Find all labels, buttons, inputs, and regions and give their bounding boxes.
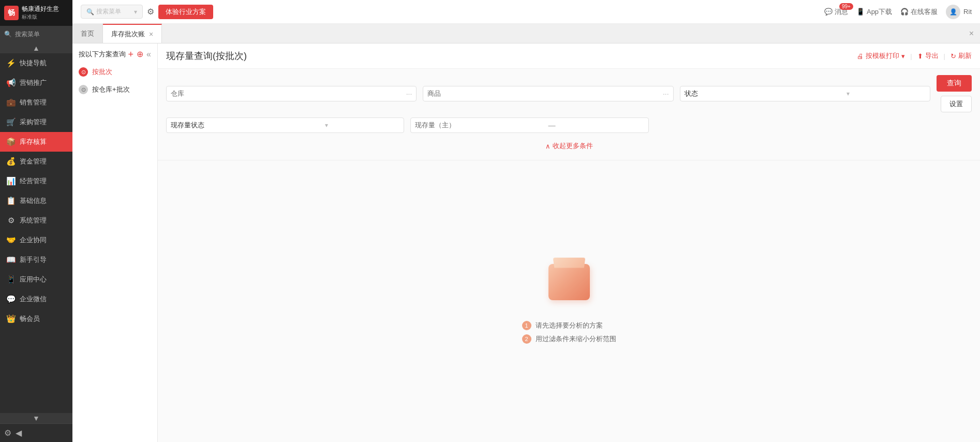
filter-warehouse-input[interactable]: 仓库 ··· xyxy=(166,86,417,101)
sidebar-item-10[interactable]: 📖新手引导 xyxy=(0,250,72,270)
collapse-label: 收起更多条件 xyxy=(553,141,593,151)
tab-panel-close-btn[interactable]: × xyxy=(963,29,980,38)
lp-collapse-btn[interactable]: « xyxy=(146,50,151,58)
sidebar-scroll-down[interactable]: ▼ xyxy=(0,413,72,423)
lp-item-batch[interactable]: ⊙ 按批次 xyxy=(72,63,157,81)
export-btn[interactable]: ⬆ 导出 xyxy=(917,51,939,61)
sidebar-header: 畅 畅康通好生意 标准版 xyxy=(0,0,72,26)
topbar-gear-btn[interactable]: ⚙ xyxy=(147,7,154,17)
status-chevron-icon: ▾ xyxy=(847,90,926,97)
collapse-bar[interactable]: ∧ 收起更多条件 xyxy=(166,138,972,154)
sidebar-icon-2: 💼 xyxy=(6,98,16,107)
empty-illustration xyxy=(543,259,595,311)
separator-1: | xyxy=(910,52,912,60)
topbar-messages-btn[interactable]: 💬 消息 99+ xyxy=(824,7,848,17)
refresh-btn[interactable]: ↻ 刷新 xyxy=(951,51,972,61)
phone-icon: 📱 xyxy=(856,8,865,16)
topbar-industry-btn[interactable]: 体验行业方案 xyxy=(158,5,213,19)
app-title-group: 畅康通好生意 标准版 xyxy=(22,5,59,21)
filter-stock-status-select[interactable]: 现存量状态 ▾ xyxy=(166,117,404,133)
topbar-search-icon: 🔍 xyxy=(86,8,94,16)
user-name: Rit xyxy=(963,8,972,16)
product-input[interactable] xyxy=(443,90,661,98)
app-title: 畅康通好生意 xyxy=(22,5,59,13)
stock-qty-label: 现存量（主） xyxy=(415,121,455,130)
sidebar-item-11[interactable]: 📱应用中心 xyxy=(0,270,72,289)
tab-close-btn[interactable]: × xyxy=(148,31,153,38)
sidebar-item-2[interactable]: 💼销售管理 xyxy=(0,93,72,112)
filter-settings-btn[interactable]: 设置 xyxy=(941,96,972,112)
sidebar-icon-4: 📦 xyxy=(6,137,16,146)
main-area: 🔍 搜索菜单 ▾ ⚙ 体验行业方案 💬 消息 99+ 📱 App下载 🎧 在线客… xyxy=(72,0,980,442)
print-btn[interactable]: 🖨 按模板打印 ▾ xyxy=(857,51,905,61)
hint-text-1: 请先选择要分析的方案 xyxy=(536,321,603,330)
topbar-search[interactable]: 🔍 搜索菜单 ▾ xyxy=(81,5,143,19)
stock-qty-to-input[interactable] xyxy=(562,122,644,129)
sidebar-search-box[interactable]: 🔍 搜索菜单 xyxy=(0,26,72,43)
sidebar-label-13: 畅会员 xyxy=(20,314,40,323)
topbar-online-service-btn[interactable]: 🎧 在线客服 xyxy=(900,7,938,17)
sidebar-label-1: 营销推广 xyxy=(20,78,47,87)
collapse-up-icon: ∧ xyxy=(545,142,551,150)
sidebar-item-9[interactable]: 🤝企业协同 xyxy=(0,230,72,250)
tab-inventory-batch[interactable]: 库存批次账 × xyxy=(103,24,162,43)
sidebar-icon-0: ⚡ xyxy=(6,58,16,68)
sidebar-item-7[interactable]: 📋基础信息 xyxy=(0,191,72,211)
sidebar-icon-12: 💬 xyxy=(6,294,16,304)
topbar-app-download-btn[interactable]: 📱 App下载 xyxy=(856,7,892,17)
query-btn[interactable]: 查询 xyxy=(937,75,972,92)
sidebar-icon-3: 🛒 xyxy=(6,117,16,127)
sidebar-item-1[interactable]: 📢营销推广 xyxy=(0,73,72,93)
messages-badge: 99+ xyxy=(839,3,853,10)
print-icon: 🖨 xyxy=(857,52,864,60)
collapse-sidebar-btn[interactable]: ◀ xyxy=(16,428,22,438)
sidebar-item-4[interactable]: 📦库存核算 xyxy=(0,132,72,152)
query-btn-group: 查询 设置 xyxy=(937,75,972,112)
stock-status-label: 现存量状态 xyxy=(171,121,246,130)
query-title: 现存量查询(按批次) xyxy=(166,50,247,62)
sidebar-item-8[interactable]: ⚙系统管理 xyxy=(0,211,72,230)
sidebar-item-5[interactable]: 💰资金管理 xyxy=(0,152,72,171)
sidebar-label-12: 企业微信 xyxy=(20,294,47,304)
sidebar-icon-1: 📢 xyxy=(6,78,16,87)
lp-item-warehouse-batch[interactable]: ⊙ 按仓库+批次 xyxy=(72,81,157,98)
sidebar-label-10: 新手引导 xyxy=(20,255,47,264)
search-icon: 🔍 xyxy=(4,31,12,38)
product-more-icon[interactable]: ··· xyxy=(663,90,669,98)
topbar-left: 🔍 搜索菜单 ▾ ⚙ 体验行业方案 xyxy=(81,5,820,19)
filter-product-input[interactable]: 商品 ··· xyxy=(423,86,673,101)
refresh-icon: ↻ xyxy=(951,52,956,60)
settings-footer-btn[interactable]: ⚙ xyxy=(4,428,11,438)
tab-inventory-batch-label: 库存批次账 xyxy=(111,30,145,39)
sidebar-item-12[interactable]: 💬企业微信 xyxy=(0,289,72,309)
stock-qty-from-input[interactable] xyxy=(459,122,542,129)
warehouse-label: 仓库 xyxy=(171,89,184,98)
sidebar-item-3[interactable]: 🛒采购管理 xyxy=(0,112,72,132)
filter-stock-qty-row: 现存量（主） — xyxy=(410,117,648,133)
sidebar-scroll-up[interactable]: ▲ xyxy=(0,43,72,53)
export-label: 导出 xyxy=(925,51,939,61)
warehouse-more-icon[interactable]: ··· xyxy=(406,90,412,98)
lp-settings-btn[interactable]: ⊕ xyxy=(137,50,143,58)
lp-add-btn[interactable]: + xyxy=(128,50,134,59)
topbar-user[interactable]: 👤 Rit xyxy=(946,5,972,19)
lp-dot-active: ⊙ xyxy=(79,67,88,77)
app-subtitle: 标准版 xyxy=(22,13,59,21)
tab-home[interactable]: 首页 xyxy=(72,24,103,43)
sidebar-label-0: 快捷导航 xyxy=(20,58,47,68)
status-label: 状态 xyxy=(685,89,764,98)
filter-status-select[interactable]: 状态 ▾ xyxy=(680,86,930,101)
sidebar-icon-8: ⚙ xyxy=(6,216,16,225)
sidebar-item-13[interactable]: 👑畅会员 xyxy=(0,309,72,329)
sidebar-label-4: 库存核算 xyxy=(20,137,47,146)
filter-row-2: 现存量状态 ▾ 现存量（主） — xyxy=(166,117,972,133)
hint-num-2: 2 xyxy=(522,334,531,344)
sidebar-icon-5: 💰 xyxy=(6,157,16,166)
sidebar-icon-13: 👑 xyxy=(6,314,16,323)
warehouse-input[interactable] xyxy=(186,90,404,98)
topbar-right: 💬 消息 99+ 📱 App下载 🎧 在线客服 👤 Rit xyxy=(824,5,972,19)
sidebar-item-0[interactable]: ⚡快捷导航 xyxy=(0,53,72,73)
sidebar-item-6[interactable]: 📊经营管理 xyxy=(0,171,72,191)
right-panel: 现存量查询(按批次) 🖨 按模板打印 ▾ | ⬆ 导出 | ↻ xyxy=(158,43,980,442)
print-dropdown-icon: ▾ xyxy=(901,52,905,60)
